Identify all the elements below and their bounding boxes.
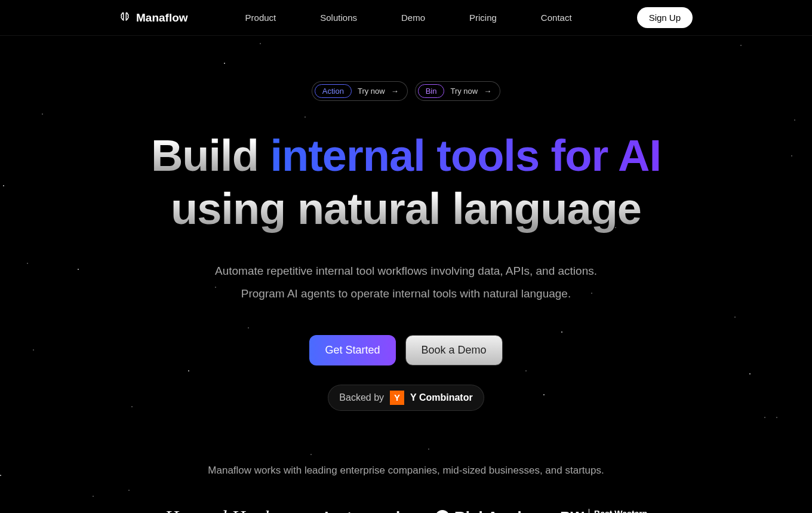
brand-name: Manaflow xyxy=(136,11,188,24)
nav-link-pricing[interactable]: Pricing xyxy=(469,13,497,23)
nav-link-demo[interactable]: Demo xyxy=(401,13,425,23)
headline-part1: Build xyxy=(151,131,270,180)
hero-subhead: Automate repetitive internal tool workfl… xyxy=(0,260,812,305)
get-started-button[interactable]: Get Started xyxy=(309,335,395,365)
nav-links: Product Solutions Demo Pricing Contact xyxy=(245,13,572,23)
pill-action[interactable]: Action Try now → xyxy=(312,81,408,101)
navbar: Manaflow Product Solutions Demo Pricing … xyxy=(0,0,812,36)
backed-label: Backed by xyxy=(339,392,384,403)
logo-riskangle: RiskAngle xyxy=(435,508,530,513)
pill-badge: Action xyxy=(315,84,352,98)
logo-bw-sub: Best Western Hotels & Resorts xyxy=(594,509,647,513)
pill-badge: Bin xyxy=(418,84,445,98)
announcement-pills: Action Try now → Bin Try now → xyxy=(0,81,812,101)
nav-link-solutions[interactable]: Solutions xyxy=(320,13,357,23)
brand[interactable]: Manaflow xyxy=(119,11,188,24)
pill-label: Try now xyxy=(450,87,478,96)
hero-headline: Build internal tools for AI using natura… xyxy=(0,130,812,236)
logo-best-western: BW Best Western Hotels & Resorts xyxy=(560,509,647,513)
brain-icon xyxy=(119,11,130,24)
signup-button[interactable]: Sign Up xyxy=(637,7,693,28)
works-with-text: Manaflow works with leading enterprise c… xyxy=(0,465,812,477)
book-demo-button[interactable]: Book a Demo xyxy=(405,335,503,365)
subhead-line1: Automate repetitive internal tool workfl… xyxy=(0,260,812,282)
logo-bw-line1: Best Western xyxy=(594,509,647,513)
customer-logos: Howard Hughes. Instacoach RiskAngle BW B… xyxy=(0,506,812,513)
subhead-line2: Program AI agents to operate internal to… xyxy=(0,282,812,305)
hero: Action Try now → Bin Try now → Build int… xyxy=(0,36,812,513)
logo-instacoach: Instacoach xyxy=(324,508,405,513)
yc-icon: Y xyxy=(390,391,404,405)
pill-bin[interactable]: Bin Try now → xyxy=(415,81,501,101)
headline-highlight: internal tools for AI xyxy=(270,131,661,180)
logo-riskangle-text: RiskAngle xyxy=(454,508,530,513)
headline-part2: using natural language xyxy=(171,184,641,234)
pill-label: Try now xyxy=(358,87,385,96)
backed-by-badge[interactable]: Backed by Y Y Combinator xyxy=(328,385,484,411)
backed-name: Y Combinator xyxy=(410,392,473,403)
cta-row: Get Started Book a Demo xyxy=(0,335,812,365)
arrow-right-icon: → xyxy=(391,87,399,96)
logo-bw-mark: BW xyxy=(560,509,589,513)
logo-howard-hughes: Howard Hughes. xyxy=(165,506,294,513)
nav-link-product[interactable]: Product xyxy=(245,13,276,23)
circle-icon xyxy=(435,510,450,513)
arrow-right-icon: → xyxy=(484,87,491,96)
nav-link-contact[interactable]: Contact xyxy=(541,13,572,23)
